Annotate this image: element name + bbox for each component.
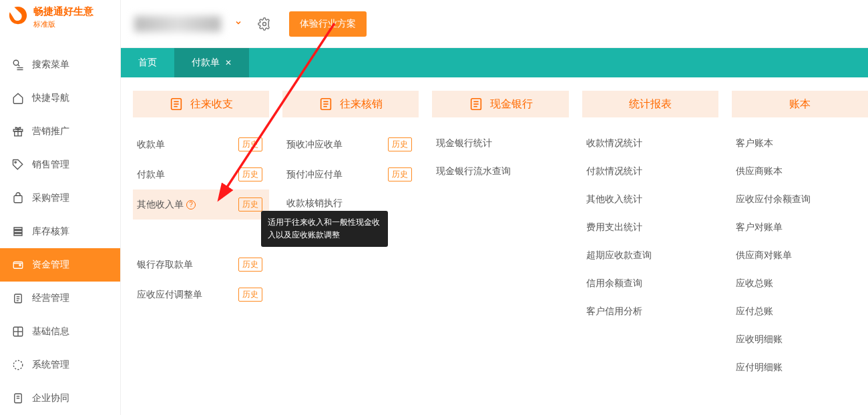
sidebar-item-4[interactable]: 采购管理 <box>0 181 120 215</box>
menu-item[interactable]: 预付冲应付单历史 <box>282 159 419 189</box>
column-header: 往来核销 <box>282 91 419 117</box>
svg-point-18 <box>13 360 23 370</box>
sidebar-item-label: 采购管理 <box>32 192 69 204</box>
svg-point-0 <box>13 60 19 65</box>
menu-item[interactable]: 其他收入统计 <box>582 185 718 214</box>
svg-point-7 <box>15 161 16 163</box>
topbar: 体验行业方案 <box>121 0 868 48</box>
sidebar-item-9[interactable]: 系统管理 <box>0 348 120 382</box>
menu-item[interactable]: 超期应收款查询 <box>582 242 718 270</box>
menu-item-label: 费用支出统计 <box>586 222 642 234</box>
menu-item[interactable]: 信用余额查询 <box>582 270 718 298</box>
tab-1[interactable]: 付款单✕ <box>174 48 249 77</box>
tabs: 首页付款单✕ <box>121 48 868 77</box>
gear-icon[interactable] <box>257 17 272 31</box>
search-list-icon <box>12 59 24 71</box>
menu-item[interactable]: 应收明细账 <box>732 326 868 354</box>
history-badge[interactable]: 历史 <box>238 137 262 151</box>
company-name-blurred <box>134 16 221 32</box>
logo: 畅捷通好生意 标准版 <box>0 0 120 48</box>
menu-item-label: 应收总账 <box>736 278 773 290</box>
menu-item[interactable]: 应收应付调整单历史 <box>133 280 269 310</box>
tag-icon <box>12 159 24 171</box>
menu-item[interactable]: 收款情况统计 <box>582 129 718 157</box>
menu-item[interactable]: 应收总账 <box>732 270 868 298</box>
menu-item[interactable]: 现金银行统计 <box>432 129 568 157</box>
column-title: 统计报表 <box>629 97 672 111</box>
menu-item[interactable]: 客户账本 <box>732 129 868 157</box>
sidebar-item-label: 基础信息 <box>32 326 69 338</box>
column-header: 往来收支 <box>133 91 269 117</box>
gift-icon <box>12 125 24 137</box>
help-icon[interactable]: ? <box>186 200 196 210</box>
history-badge[interactable]: 历史 <box>238 167 262 181</box>
sidebar-item-2[interactable]: 营销推广 <box>0 115 120 148</box>
menu-item[interactable]: 供应商账本 <box>732 157 868 185</box>
column-title: 现金银行 <box>490 97 533 111</box>
menu-item[interactable]: 费用支出统计 <box>582 214 718 242</box>
cta-button[interactable]: 体验行业方案 <box>289 11 367 37</box>
sidebar-item-label: 企业协同 <box>32 392 69 404</box>
menu-item[interactable]: 现金银行流水查询 <box>432 157 568 185</box>
column-title: 账本 <box>789 97 811 111</box>
menu-item[interactable]: 应付总账 <box>732 298 868 326</box>
close-icon[interactable]: ✕ <box>225 58 232 67</box>
sidebar-item-7[interactable]: 经营管理 <box>0 282 120 315</box>
menu-item-label: 收款核销执行 <box>286 197 343 210</box>
menu-item-label: 付款情况统计 <box>586 165 642 177</box>
db-icon <box>12 226 24 238</box>
tab-label: 付款单 <box>192 57 220 69</box>
history-badge[interactable]: 历史 <box>238 288 262 302</box>
menu-item[interactable]: 应付明细账 <box>732 354 868 382</box>
column-3: 统计报表收款情况统计付款情况统计其他收入统计费用支出统计超期应收款查询信用余额查… <box>582 91 718 382</box>
sidebar-item-0[interactable]: 搜索菜单 <box>0 48 120 81</box>
tooltip: 适用于往来收入和一般性现金收入以及应收账款调整 <box>261 211 388 247</box>
sidebar-item-label: 快捷导航 <box>32 92 69 104</box>
sidebar-item-1[interactable]: 快捷导航 <box>0 81 120 115</box>
column-2: 现金银行现金银行统计现金银行流水查询 <box>432 91 568 382</box>
sidebar: 畅捷通好生意 标准版 搜索菜单快捷导航营销推广销售管理采购管理库存核算资金管理经… <box>0 0 121 415</box>
menu-item-label: 应付明细账 <box>736 362 783 374</box>
menu-item[interactable]: 付款情况统计 <box>582 157 718 185</box>
menu-item-label: 超期应收款查询 <box>586 250 652 262</box>
menu-item-label: 付款单 <box>137 169 165 181</box>
menu-item[interactable]: 收款单历史 <box>133 129 269 159</box>
menu-item-label: 预收冲应收单 <box>286 139 343 151</box>
sidebar-item-8[interactable]: 基础信息 <box>0 315 120 348</box>
menu-item[interactable]: 供应商对账单 <box>732 242 868 270</box>
menu-item-label: 应付总账 <box>736 306 773 318</box>
sidebar-item-label: 经营管理 <box>32 292 69 304</box>
document-icon <box>469 97 483 111</box>
menu-item[interactable]: 预收冲应收单历史 <box>282 129 419 159</box>
column-header: 账本 <box>732 91 868 117</box>
sidebar-item-label: 系统管理 <box>32 359 69 371</box>
grid-icon <box>12 326 24 338</box>
bag-icon <box>12 192 24 204</box>
sidebar-item-10[interactable]: 企业协同 <box>0 382 120 415</box>
menu-item[interactable]: 客户对账单 <box>732 214 868 242</box>
sidebar-item-6[interactable]: 资金管理 <box>0 248 120 282</box>
logo-sub: 标准版 <box>33 19 93 29</box>
logo-icon <box>8 5 28 25</box>
menu-item[interactable]: 应收应付余额查询 <box>732 185 868 214</box>
tab-0[interactable]: 首页 <box>121 48 174 77</box>
menu-item[interactable]: 其他收入单?历史 <box>133 189 269 220</box>
menu-item-label: 预付冲应付单 <box>286 169 343 181</box>
sidebar-item-label: 库存核算 <box>32 226 69 238</box>
history-badge[interactable]: 历史 <box>238 197 262 212</box>
chevron-down-icon[interactable] <box>234 19 242 29</box>
history-badge[interactable]: 历史 <box>388 167 412 181</box>
loader-icon <box>12 359 24 371</box>
menu-item-label: 应收应付余额查询 <box>736 193 811 205</box>
sidebar-item-3[interactable]: 销售管理 <box>0 148 120 181</box>
sidebar-item-label: 资金管理 <box>32 259 69 271</box>
history-badge[interactable]: 历史 <box>238 258 262 272</box>
history-badge[interactable]: 历史 <box>388 137 412 151</box>
sidebar-item-label: 搜索菜单 <box>32 59 69 71</box>
column-title: 往来收支 <box>190 97 233 111</box>
menu-item-label: 现金银行流水查询 <box>436 165 511 177</box>
menu-item[interactable]: 银行存取款单历史 <box>133 250 269 280</box>
menu-item[interactable]: 付款单历史 <box>133 159 269 189</box>
menu-item[interactable]: 客户信用分析 <box>582 298 718 326</box>
sidebar-item-5[interactable]: 库存核算 <box>0 215 120 248</box>
